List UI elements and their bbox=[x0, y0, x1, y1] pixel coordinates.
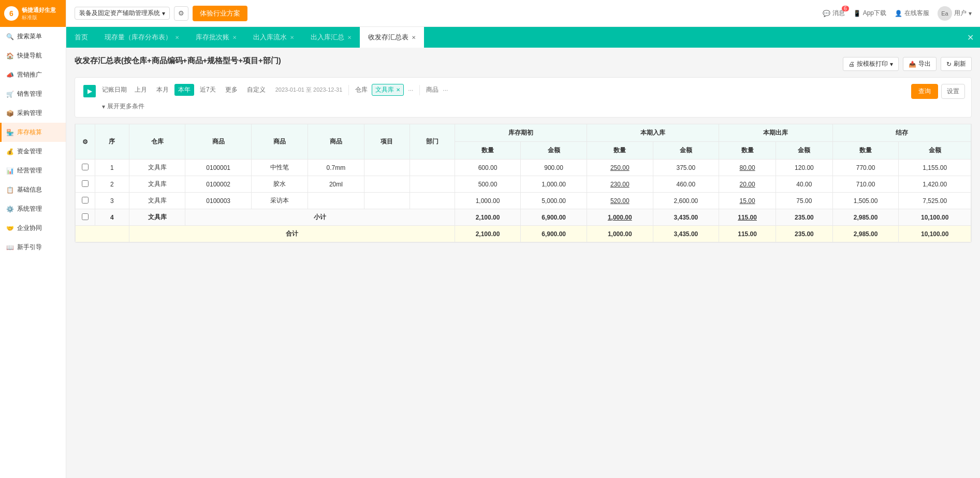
page-title: 收发存汇总表(按仓库+商品编码+商品+规格型号+项目+部门) bbox=[75, 56, 281, 66]
date-btn-this-year[interactable]: 本年 bbox=[174, 84, 194, 96]
footer-total-balance-qty: 2,985.00 bbox=[832, 226, 899, 242]
app-download-btn[interactable]: 📱 App下载 bbox=[853, 9, 886, 18]
sidebar-item-purchase[interactable]: 📦 采购管理 bbox=[0, 104, 66, 123]
sidebar-item-quick-nav[interactable]: 🏠 快捷导航 bbox=[0, 46, 66, 65]
row-project bbox=[364, 176, 409, 193]
row-out-qty[interactable]: 15.00 bbox=[719, 193, 776, 209]
row-balance-amt: 1,155.00 bbox=[899, 160, 971, 176]
row-goods-code: 0100003 bbox=[185, 193, 252, 209]
goods-label: 商品 bbox=[426, 85, 438, 94]
print-btn[interactable]: 🖨 按模板打印 ▾ bbox=[843, 57, 899, 71]
footer-total-opening-amt: 6,900.00 bbox=[521, 226, 587, 242]
chevron-down-icon2: ▾ bbox=[102, 103, 105, 110]
system-icon: ⚙️ bbox=[6, 205, 14, 213]
subtotal-in-amt: 3,435.00 bbox=[653, 209, 719, 226]
footer-total-in-qty: 1,000.00 bbox=[587, 226, 653, 242]
sidebar-item-operations[interactable]: 📊 经营管理 bbox=[0, 161, 66, 180]
row-checkbox[interactable] bbox=[76, 193, 95, 209]
footer-total-out-amt: 235.00 bbox=[776, 226, 832, 242]
warehouse-tag[interactable]: 文具库 ✕ bbox=[372, 84, 404, 96]
tab-in-out-flow[interactable]: 出入库流水 ✕ bbox=[245, 27, 302, 48]
print-icon: 🖨 bbox=[849, 61, 855, 68]
tab-close-in-out-summary[interactable]: ✕ bbox=[347, 35, 352, 40]
row-out-qty[interactable]: 80.00 bbox=[719, 160, 776, 176]
phone-icon: 📱 bbox=[853, 10, 861, 17]
system-title-select[interactable]: 装备及固定资产辅助管理系统 ▾ bbox=[75, 7, 170, 20]
filter-settings-btn[interactable]: 设置 bbox=[941, 84, 965, 99]
warehouse-tag-close[interactable]: ✕ bbox=[396, 87, 400, 93]
row-in-qty[interactable]: 230.00 bbox=[587, 176, 653, 193]
sidebar-item-base-info[interactable]: 📋 基础信息 bbox=[0, 180, 66, 199]
sidebar-logo: 6 畅捷通好生意 标准版 bbox=[0, 0, 66, 27]
try-btn[interactable]: 体验行业方案 bbox=[193, 6, 247, 21]
date-btn-last-month[interactable]: 上月 bbox=[131, 84, 151, 96]
sidebar-item-inventory[interactable]: 🏪 库存核算 bbox=[0, 123, 66, 142]
tab-batch-ledger[interactable]: 库存批次账 ✕ bbox=[187, 27, 245, 48]
user-btn[interactable]: Ea 用户 ▾ bbox=[938, 6, 972, 21]
filter-divider2 bbox=[419, 85, 420, 95]
th-goods-spec: 商品 bbox=[308, 124, 364, 160]
row-in-qty[interactable]: 250.00 bbox=[587, 160, 653, 176]
tab-close-inventory-dist[interactable]: ✕ bbox=[175, 35, 179, 40]
tab-close-in-out-flow[interactable]: ✕ bbox=[290, 35, 294, 40]
tab-close-recv-send-summary[interactable]: ✕ bbox=[412, 35, 416, 40]
subtotal-in-qty[interactable]: 1,000.00 bbox=[587, 209, 653, 226]
th-balance-amt: 金额 bbox=[899, 142, 971, 160]
subtotal-out-qty[interactable]: 115.00 bbox=[719, 209, 776, 226]
message-btn[interactable]: 💬 消息 6 bbox=[823, 9, 845, 18]
tab-recv-send-summary[interactable]: 收发存汇总表 ✕ bbox=[360, 27, 424, 48]
row-opening-amt: 1,000.00 bbox=[521, 176, 587, 193]
th-project: 项目 bbox=[364, 124, 409, 160]
expand-more[interactable]: ▾ 展开更多条件 bbox=[102, 102, 144, 111]
tab-inventory-dist[interactable]: 现存量（库存分布表） ✕ bbox=[96, 27, 187, 48]
sidebar-item-finance[interactable]: 💰 资金管理 bbox=[0, 142, 66, 161]
footer-label bbox=[76, 226, 129, 242]
row-out-amt: 120.00 bbox=[776, 160, 832, 176]
row-out-amt: 40.00 bbox=[776, 176, 832, 193]
sidebar-item-search-menu[interactable]: 🔍 搜索菜单 bbox=[0, 27, 66, 46]
sidebar-item-sales[interactable]: 🛒 销售管理 bbox=[0, 84, 66, 104]
sidebar-item-marketing[interactable]: 📣 营销推广 bbox=[0, 65, 66, 84]
export-icon: 📤 bbox=[909, 61, 916, 68]
sidebar-item-system[interactable]: ⚙️ 系统管理 bbox=[0, 199, 66, 219]
row-checkbox[interactable] bbox=[76, 176, 95, 193]
refresh-btn[interactable]: ↻ 刷新 bbox=[941, 57, 972, 71]
tab-home[interactable]: 首页 bbox=[66, 27, 96, 48]
service-icon: 👤 bbox=[895, 10, 902, 17]
row-opening-amt: 900.00 bbox=[521, 160, 587, 176]
query-btn[interactable]: 查询 bbox=[911, 84, 938, 99]
date-btn-custom[interactable]: 自定义 bbox=[243, 84, 269, 96]
settings-icon-btn[interactable]: ⚙ bbox=[174, 6, 188, 21]
row-goods-name: 采访本 bbox=[252, 193, 308, 209]
warehouse-more[interactable]: ··· bbox=[408, 86, 413, 94]
row-project bbox=[364, 160, 409, 176]
tab-close-batch-ledger[interactable]: ✕ bbox=[232, 35, 237, 40]
sidebar-item-cooperation[interactable]: 🤝 企业协同 bbox=[0, 219, 66, 238]
footer-label-text: 合计 bbox=[129, 226, 455, 242]
sidebar-item-guide[interactable]: 📖 新手引导 bbox=[0, 238, 66, 257]
footer-total-balance-amt: 10,100.00 bbox=[899, 226, 971, 242]
row-opening-qty: 500.00 bbox=[455, 176, 521, 193]
row-dept bbox=[409, 160, 455, 176]
date-btn-this-month[interactable]: 本月 bbox=[153, 84, 172, 96]
subtotal-checkbox[interactable] bbox=[76, 209, 95, 226]
row-out-qty[interactable]: 20.00 bbox=[719, 176, 776, 193]
date-btn-more[interactable]: 更多 bbox=[222, 84, 241, 96]
row-in-amt: 375.00 bbox=[653, 160, 719, 176]
tab-in-out-summary[interactable]: 出入库汇总 ✕ bbox=[302, 27, 360, 48]
date-btn-7days[interactable]: 近7天 bbox=[196, 84, 220, 96]
tab-bar: 首页 现存量（库存分布表） ✕ 库存批次账 ✕ 出入库流水 ✕ 出入库汇总 ✕ … bbox=[66, 27, 980, 48]
row-checkbox[interactable] bbox=[76, 160, 95, 176]
goods-more[interactable]: ··· bbox=[443, 86, 448, 94]
tab-bar-close[interactable]: ✕ bbox=[961, 33, 980, 42]
logo-text: 畅捷通好生意 标准版 bbox=[22, 6, 56, 21]
filter-toggle[interactable]: ▶ bbox=[83, 85, 96, 97]
row-warehouse: 文具库 bbox=[129, 193, 185, 209]
export-btn[interactable]: 📤 导出 bbox=[903, 57, 937, 71]
row-in-qty[interactable]: 520.00 bbox=[587, 193, 653, 209]
row-opening-amt: 5,000.00 bbox=[521, 193, 587, 209]
row-goods-code: 0100001 bbox=[185, 160, 252, 176]
subtotal-label: 小计 bbox=[185, 209, 455, 226]
col-settings-header[interactable]: ⚙ bbox=[76, 124, 95, 160]
online-service-btn[interactable]: 👤 在线客服 bbox=[895, 9, 929, 18]
